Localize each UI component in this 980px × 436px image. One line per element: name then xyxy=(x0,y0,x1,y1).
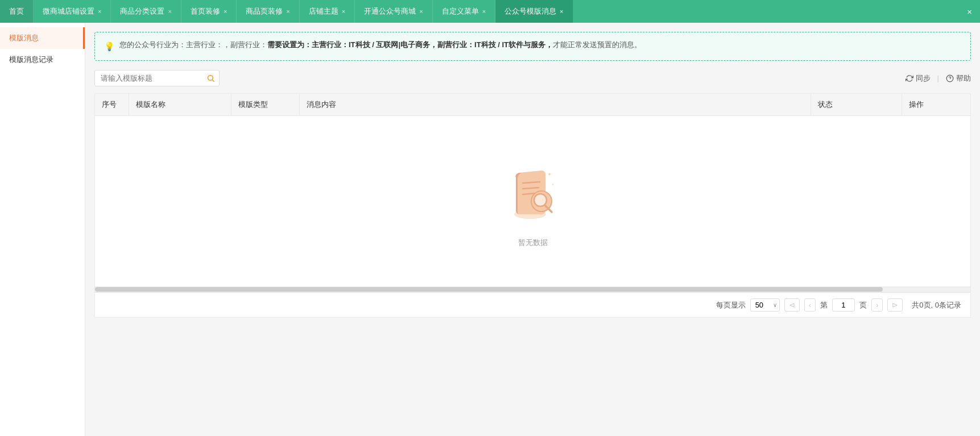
nav-item-template-msg[interactable]: 公众号模版消息× xyxy=(495,0,573,23)
data-table: 序号模版名称模版类型消息内容状态操作 xyxy=(94,93,971,318)
prev-page-button[interactable]: ‹ xyxy=(804,298,816,312)
search-input-wrapper xyxy=(94,70,220,86)
sidebar-item-template-msg[interactable]: 模版消息 xyxy=(0,27,85,49)
sidebar-item-template-msg-record[interactable]: 模版消息记录 xyxy=(0,49,85,70)
main-layout: 模版消息模版消息记录 💡 您的公众号行业为：主营行业：，副营行业：需要设置为：主… xyxy=(0,23,980,436)
nav-item-weishop-settings[interactable]: 微商城店铺设置× xyxy=(34,0,111,23)
notice-box: 💡 您的公众号行业为：主营行业：，副营行业：需要设置为：主营行业：IT科技 / … xyxy=(94,32,971,61)
nav-item-product-category[interactable]: 商品分类设置× xyxy=(111,0,181,23)
col-header-type: 模版类型 xyxy=(231,94,300,115)
nav-close-homepage-decor[interactable]: × xyxy=(224,8,227,15)
nav-close-custom-menu[interactable]: × xyxy=(482,8,486,15)
svg-text:✦: ✦ xyxy=(547,171,552,177)
nav-item-homepage-decor[interactable]: 首页装修× xyxy=(181,0,237,23)
nav-close-product-decor[interactable]: × xyxy=(286,8,290,15)
empty-illustration: ✦ ✦ xyxy=(499,160,567,229)
search-bar: 同步 | 帮助 xyxy=(94,70,971,86)
pagination: 每页显示 102050100 ⊲ ‹ 第 页 › ⊳ 共0页, 0条记录 xyxy=(95,292,970,317)
scrollbar-thumb[interactable] xyxy=(95,287,883,292)
notice-highlight: 需要设置为：主营行业：IT科技 / 互联网|电子商务，副营行业：IT科技 / I… xyxy=(267,40,553,49)
col-header-content: 消息内容 xyxy=(300,94,811,115)
search-input[interactable] xyxy=(94,70,220,86)
col-header-name: 模版名称 xyxy=(129,94,231,115)
page-size-label: 每页显示 xyxy=(716,300,746,310)
help-button[interactable]: 帮助 xyxy=(946,73,971,84)
nav-item-shop-theme[interactable]: 店铺主题× xyxy=(300,0,355,23)
global-close-button[interactable]: × xyxy=(959,0,980,23)
help-icon xyxy=(946,74,954,82)
next-page-button[interactable]: › xyxy=(871,298,883,312)
divider: | xyxy=(937,74,939,82)
search-icon xyxy=(206,74,215,82)
col-header-seq: 序号 xyxy=(95,94,129,115)
nav-close-product-category[interactable]: × xyxy=(168,8,171,15)
page-size-select-wrapper: 102050100 xyxy=(750,298,780,312)
current-page-input[interactable] xyxy=(832,298,855,312)
notice-text: 您的公众号行业为：主营行业：，副营行业：需要设置为：主营行业：IT科技 / 互联… xyxy=(119,39,642,51)
nav-item-open-mall[interactable]: 开通公众号商城× xyxy=(355,0,432,23)
nav-item-product-decor[interactable]: 商品页装修× xyxy=(237,0,299,23)
nav-close-weishop-settings[interactable]: × xyxy=(98,8,101,15)
content-area: 💡 您的公众号行业为：主营行业：，副营行业：需要设置为：主营行业：IT科技 / … xyxy=(85,23,980,436)
table-header: 序号模版名称模版类型消息内容状态操作 xyxy=(95,94,970,116)
nav-close-open-mall[interactable]: × xyxy=(419,8,423,15)
col-header-actions: 操作 xyxy=(902,94,970,115)
svg-point-0 xyxy=(208,76,213,81)
page-word2: 页 xyxy=(859,300,867,310)
search-button[interactable] xyxy=(206,74,215,82)
page-word: 第 xyxy=(820,300,828,310)
nav-close-template-msg[interactable]: × xyxy=(560,8,563,15)
svg-line-1 xyxy=(212,80,214,81)
search-left xyxy=(94,70,220,86)
page-size-select[interactable]: 102050100 xyxy=(750,298,780,312)
nav-close-shop-theme[interactable]: × xyxy=(342,8,345,15)
empty-state: ✦ ✦ 暂无数据 xyxy=(499,138,567,265)
table-body: ✦ ✦ 暂无数据 xyxy=(95,116,970,286)
horizontal-scrollbar[interactable] xyxy=(95,286,970,292)
sidebar: 模版消息模版消息记录 xyxy=(0,23,85,436)
sync-label: 同步 xyxy=(916,73,931,84)
first-page-button[interactable]: ⊲ xyxy=(784,298,800,312)
col-header-status: 状态 xyxy=(811,94,902,115)
notice-icon: 💡 xyxy=(104,40,115,53)
last-page-button[interactable]: ⊳ xyxy=(887,298,903,312)
total-info: 共0页, 0条记录 xyxy=(912,300,961,310)
svg-text:✦: ✦ xyxy=(551,182,555,186)
empty-text: 暂无数据 xyxy=(518,238,548,248)
sync-icon xyxy=(905,74,913,82)
top-nav: 首页微商城店铺设置×商品分类设置×首页装修×商品页装修×店铺主题×开通公众号商城… xyxy=(0,0,980,23)
sync-button[interactable]: 同步 xyxy=(905,73,931,84)
help-label: 帮助 xyxy=(956,73,971,84)
nav-item-home[interactable]: 首页 xyxy=(0,0,34,23)
nav-item-custom-menu[interactable]: 自定义菜单× xyxy=(433,0,495,23)
search-right: 同步 | 帮助 xyxy=(905,73,971,84)
